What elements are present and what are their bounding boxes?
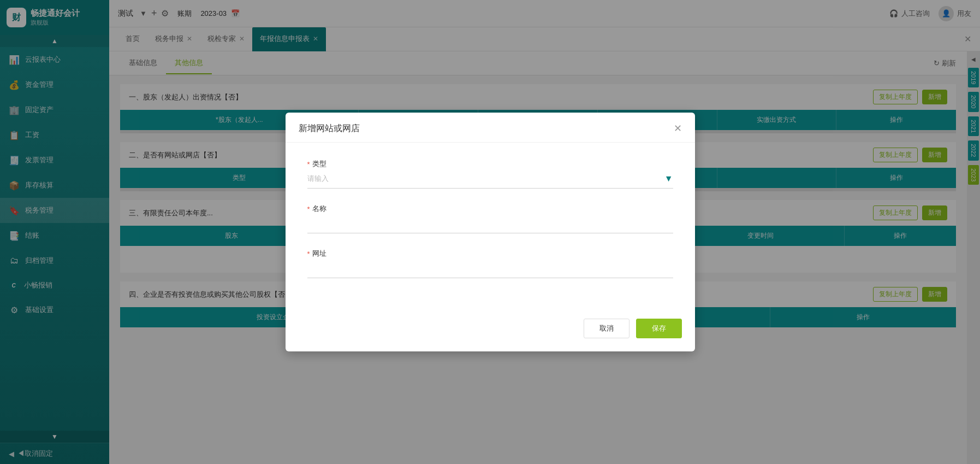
url-input-wrapper [307,262,673,278]
label-name-text: 名称 [312,204,326,214]
form-label-type: * 类型 [307,159,673,169]
name-input-wrapper [307,217,673,233]
modal-overlay: 新增网站或网店 ✕ * 类型 ▼ * 名称 [0,0,980,464]
type-dropdown-icon[interactable]: ▼ [664,174,673,184]
form-row-type: * 类型 ▼ [307,159,673,189]
name-input[interactable] [307,217,673,230]
label-type-text: 类型 [312,159,326,169]
form-label-url: * 网址 [307,249,673,259]
modal-close-btn[interactable]: ✕ [674,122,682,134]
modal-body: * 类型 ▼ * 名称 * [286,143,695,310]
label-url-text: 网址 [312,249,326,259]
cancel-btn[interactable]: 取消 [584,319,629,338]
required-star-type: * [307,160,310,168]
required-star-url: * [307,250,310,258]
form-row-url: * 网址 [307,249,673,278]
url-input[interactable] [307,262,673,274]
form-row-name: * 名称 [307,204,673,233]
modal-title: 新增网站或网店 [299,123,360,134]
modal-add-website: 新增网站或网店 ✕ * 类型 ▼ * 名称 [286,113,695,351]
modal-footer: 取消 保存 [286,310,695,351]
form-label-name: * 名称 [307,204,673,214]
type-input[interactable] [307,172,664,185]
save-btn[interactable]: 保存 [636,319,682,338]
type-input-wrapper: ▼ [307,172,673,189]
modal-header: 新增网站或网店 ✕ [286,113,695,143]
required-star-name: * [307,205,310,213]
